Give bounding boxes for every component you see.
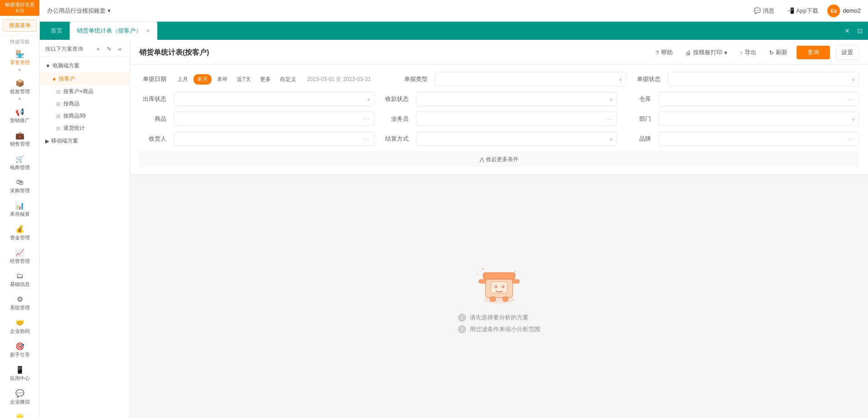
- tree-item-by-goods99-label: 按商品99: [63, 112, 85, 120]
- sidebar-item-enterprise[interactable]: 🤝 企业协同: [0, 315, 39, 338]
- tree-group-desktop-label: 电脑端方案: [52, 62, 80, 70]
- svg-point-7: [502, 286, 504, 288]
- tree-item-by-goods[interactable]: ⊞ 按商品: [40, 98, 130, 110]
- filter-row-4: 收货人 ··· 结算方式 ∨ 品牌 ···: [139, 132, 859, 146]
- tree-item-by-customer[interactable]: ● 按客户: [40, 72, 130, 86]
- message-button[interactable]: 💬 消息: [750, 5, 778, 17]
- query-button[interactable]: 查询: [797, 46, 830, 59]
- tree-item-return-stat-label: 退货统计: [63, 124, 85, 132]
- collapse-panel-button[interactable]: «: [115, 44, 124, 53]
- settings-button[interactable]: 设置: [835, 45, 859, 60]
- finance-icon: 💰: [15, 225, 24, 233]
- date-tab-this-year[interactable]: 本年: [213, 74, 231, 85]
- refresh-button[interactable]: ↻ 刷新: [765, 47, 791, 58]
- bill-type-label: 单据类型: [401, 75, 428, 83]
- tab-close-icon[interactable]: ✕: [146, 28, 150, 34]
- date-tab-last-7[interactable]: 近7天: [233, 74, 255, 85]
- tree-group-desktop-arrow: ▼: [45, 63, 51, 69]
- bill-status-label: 单据状态: [633, 75, 660, 83]
- tab-home[interactable]: 首页: [43, 22, 70, 40]
- inventory-icon: 📊: [15, 201, 24, 210]
- sidebar-item-operations[interactable]: 📈 经营管理: [0, 245, 39, 268]
- sidebar-item-retail-label: 零售管理: [10, 59, 30, 66]
- sidebar-item-finance-label: 资金管理: [10, 234, 30, 241]
- recv-status-select[interactable]: ∨: [416, 92, 617, 106]
- by-customer-icon: ●: [52, 76, 56, 82]
- hint-text-2: 用过滤条件来缩小分析范围: [470, 325, 540, 333]
- sidebar-item-purchase[interactable]: 🛍 采购管理: [0, 175, 39, 198]
- salesman-select[interactable]: ···: [416, 112, 617, 126]
- dept-select[interactable]: ∨: [658, 112, 859, 126]
- bill-status-select[interactable]: ∨: [668, 72, 859, 86]
- consignee-select[interactable]: ···: [174, 132, 374, 146]
- salesman-dots: ···: [605, 116, 613, 122]
- out-status-select[interactable]: ∨: [174, 92, 374, 106]
- sidebar-item-finance[interactable]: 💰 资金管理: [0, 221, 39, 245]
- sidebar-logo: 畅捷通好生意 标版: [0, 0, 39, 16]
- tree-group-mobile[interactable]: ▶ 移动端方案: [40, 134, 130, 147]
- industry-selector[interactable]: 办公用品行业模拟账套 ▾: [47, 7, 111, 15]
- date-tab-this-month[interactable]: 本月: [193, 74, 212, 85]
- sidebar-item-marketing[interactable]: 📢 营销推广: [0, 104, 39, 128]
- settlement-select[interactable]: ∨: [416, 132, 617, 146]
- date-tabs: 上月 本月 本年 近7天 更多 自定义: [174, 74, 300, 85]
- app-download-button[interactable]: 📲 App下载: [783, 5, 822, 17]
- sidebar-item-apps[interactable]: 📱 应用中心: [0, 362, 39, 385]
- add-scheme-button[interactable]: +: [94, 44, 103, 53]
- window-maximize-button[interactable]: ⊡: [855, 26, 864, 35]
- enterprise-icon: 🤝: [15, 318, 24, 327]
- main-area: 办公用品行业模拟账套 ▾ 💬 消息 📲 App下载 Ea demo2 首页 销货…: [40, 0, 868, 418]
- warehouse-select[interactable]: ···: [658, 92, 859, 106]
- sidebar-item-inventory-label: 库存核算: [10, 211, 30, 218]
- date-tab-custom[interactable]: 自定义: [276, 74, 300, 85]
- help-button[interactable]: ? 帮助: [652, 47, 676, 58]
- bill-type-select[interactable]: ∨: [435, 72, 626, 86]
- quick-nav-label: 快捷导航: [0, 36, 39, 46]
- sidebar-item-ecommerce-label: 电商管理: [10, 164, 30, 171]
- tree-group-desktop[interactable]: ▼ 电脑端方案: [40, 59, 130, 72]
- sidebar-item-wechat-label: 企业微信: [10, 399, 30, 405]
- bill-type-arrow: ∨: [619, 77, 622, 82]
- sidebar-item-wechat[interactable]: 💬 企业微信: [0, 385, 39, 409]
- tree-item-return-stat[interactable]: ⊞ 退货统计: [40, 122, 130, 134]
- sidebar-item-system[interactable]: ⚙ 系统管理: [0, 291, 39, 315]
- sidebar-item-retail[interactable]: 🏪 零售管理 ▲: [0, 46, 39, 75]
- goods-select[interactable]: ···: [174, 112, 374, 126]
- collapse-bar[interactable]: ⋀ 收起更多条件: [139, 152, 859, 167]
- date-tab-last-month[interactable]: 上月: [174, 74, 192, 85]
- app-download-label: App下载: [796, 7, 818, 15]
- app-icon: 📲: [787, 7, 794, 14]
- sidebar-item-member[interactable]: 🌟 畅会员: [0, 409, 39, 418]
- date-tab-more[interactable]: 更多: [256, 74, 274, 85]
- return-stat-icon: ⊞: [56, 125, 61, 132]
- tree-item-by-customer-goods[interactable]: ⊞ 按客户+商品: [40, 86, 130, 98]
- page-header: 销货单统计表(按客户) ? 帮助 🖨 按模板打印 ▾ ↑ 导出: [130, 40, 868, 65]
- refresh-label: 刷新: [776, 48, 788, 57]
- sidebar-item-marketing-label: 营销推广: [10, 117, 30, 124]
- export-button[interactable]: ↑ 导出: [736, 47, 760, 58]
- settings-label: 设置: [841, 49, 853, 56]
- search-menu-button[interactable]: 搜索菜单: [3, 19, 37, 32]
- filter-row-2: 出库状态 ∨ 收款状态 ∨ 仓库 ···: [139, 92, 859, 106]
- system-icon: ⚙: [17, 295, 23, 304]
- brand-select[interactable]: ···: [658, 132, 859, 146]
- wholesale-icon: 📦: [15, 79, 24, 87]
- sidebar-item-inventory[interactable]: 📊 库存核算: [0, 198, 39, 221]
- sales-icon: 💼: [15, 131, 24, 140]
- svg-rect-8: [479, 280, 486, 283]
- print-button[interactable]: 🖨 按模板打印 ▾: [682, 47, 731, 58]
- user-menu[interactable]: Ea demo2: [827, 5, 861, 17]
- sidebar-item-basic[interactable]: 🗂 基础信息: [0, 268, 39, 291]
- recv-status-label: 收款状态: [382, 95, 409, 103]
- by-goods-icon: ⊞: [56, 101, 61, 107]
- edit-scheme-button[interactable]: ✎: [104, 44, 113, 53]
- tab-sales-stat[interactable]: 销货单统计表（按客户） ✕: [70, 22, 157, 40]
- sidebar-item-newuser[interactable]: 🎯 新手引导: [0, 338, 39, 362]
- window-close-button[interactable]: ✕: [843, 26, 852, 35]
- sidebar-item-ecommerce[interactable]: 🛒 电商管理: [0, 151, 39, 175]
- tree-item-by-goods99[interactable]: ⊞ 按商品99: [40, 110, 130, 122]
- empty-hint-1: 1 请先选择要分析的方案: [458, 314, 540, 322]
- tree-section: ▼ 电脑端方案 ● 按客户 ⊞ 按客户+商品 ⊞ 按商品 ⊞ 按商品99: [40, 57, 130, 150]
- sidebar-item-sales[interactable]: 💼 销售管理: [0, 128, 39, 151]
- sidebar-item-wholesale[interactable]: 📦 批发管理 ▲: [0, 75, 39, 104]
